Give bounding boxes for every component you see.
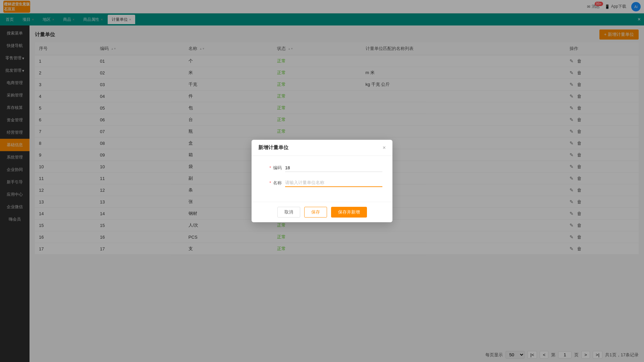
code-field-label: * 编码 bbox=[262, 165, 282, 171]
cancel-button[interactable]: 取消 bbox=[277, 207, 300, 218]
code-required-star: * bbox=[269, 165, 271, 170]
name-label-text: 名称 bbox=[273, 180, 282, 185]
code-field-row: * 编码 bbox=[262, 164, 382, 172]
name-input[interactable] bbox=[285, 179, 382, 187]
name-field-label: * 名称 bbox=[262, 180, 282, 186]
code-label-text: 编码 bbox=[273, 165, 282, 170]
name-field-row: * 名称 bbox=[262, 179, 382, 187]
name-required-star: * bbox=[269, 180, 271, 185]
modal-footer: 取消 保存 保存并新增 bbox=[252, 202, 392, 222]
modal-body: * 编码 * 名称 bbox=[252, 156, 392, 202]
modal-header: 新增计量单位 × bbox=[252, 140, 392, 156]
save-and-new-button[interactable]: 保存并新增 bbox=[331, 207, 367, 218]
modal-title: 新增计量单位 bbox=[258, 144, 288, 151]
modal-close-button[interactable]: × bbox=[383, 145, 386, 151]
modal-overlay: 新增计量单位 × * 编码 * 名称 取消 保存 保存并新增 bbox=[0, 0, 644, 362]
add-unit-modal: 新增计量单位 × * 编码 * 名称 取消 保存 保存并新增 bbox=[252, 140, 392, 222]
save-button[interactable]: 保存 bbox=[304, 207, 327, 218]
code-input[interactable] bbox=[285, 164, 382, 172]
